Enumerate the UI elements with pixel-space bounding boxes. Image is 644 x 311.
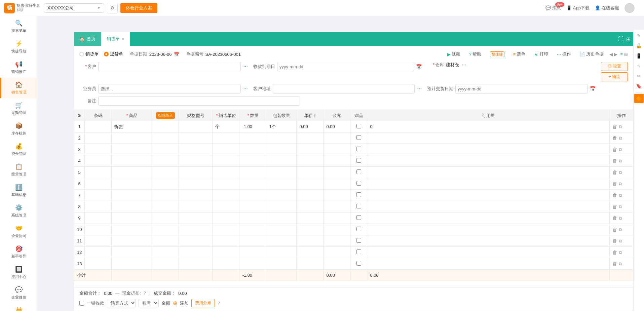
row-pkg-qty-6[interactable] (266, 178, 297, 190)
delete-row-icon-9[interactable]: 🗑 (612, 215, 617, 221)
row-gift-7[interactable] (350, 190, 367, 201)
copy-row-icon-7[interactable]: ⧉ (619, 193, 622, 198)
sidebar-item-system[interactable]: ⚙️ 系统管理 (0, 201, 37, 221)
row-price-8[interactable] (297, 201, 324, 212)
expand-icon[interactable]: ⛶ (618, 36, 623, 42)
row-amount-10[interactable] (324, 224, 350, 235)
delete-row-icon-7[interactable]: 🗑 (612, 192, 617, 198)
row-pkg-qty-11[interactable] (266, 235, 297, 247)
row-barcode-5[interactable] (85, 167, 112, 178)
copy-row-icon-11[interactable]: ⧉ (619, 238, 622, 244)
logistics-button[interactable]: + 物流 (601, 72, 628, 81)
calendar-icon[interactable]: 📅 (174, 52, 179, 57)
action-button[interactable]: ⋯ 操作 (554, 50, 574, 59)
row-barcode-2[interactable] (85, 132, 112, 144)
due-date-calendar-icon[interactable]: 📅 (416, 64, 422, 69)
row-gift-6[interactable] (350, 178, 367, 190)
row-pkg-qty-2[interactable] (266, 132, 297, 144)
print-button[interactable]: 🖨 打印 (531, 50, 551, 59)
row-product-10[interactable] (112, 224, 152, 235)
row-barcode-1[interactable] (85, 121, 112, 132)
row-pkg-qty-5[interactable] (266, 167, 297, 178)
row-gift-8[interactable] (350, 201, 367, 212)
row-spec-11[interactable] (179, 235, 213, 247)
row-price-12[interactable] (297, 247, 324, 258)
row-unit-12[interactable] (213, 247, 239, 258)
rp-pencil-icon[interactable]: ✏ (634, 71, 644, 81)
row-price-1[interactable]: 0.00 (297, 121, 324, 132)
row-product-11[interactable] (112, 235, 152, 247)
row-product-3[interactable] (112, 144, 152, 155)
row-spec-2[interactable] (179, 132, 213, 144)
rp-edit-icon[interactable]: ✎ (634, 31, 644, 40)
row-qty-3[interactable] (239, 144, 266, 155)
row-spec-9[interactable] (179, 212, 213, 224)
delete-row-icon-2[interactable]: 🗑 (612, 135, 617, 141)
grid-view-form-icon[interactable]: ⊞ (624, 52, 628, 57)
grid-view-icon[interactable]: ⊞ (626, 36, 631, 42)
row-barcode-12[interactable] (85, 247, 112, 258)
sidebar-item-weixin[interactable]: 💬 企业微信 (0, 283, 37, 303)
rp-lock-icon[interactable]: 🔒 (634, 41, 644, 50)
row-gift-12[interactable] (350, 247, 367, 258)
next-icon[interactable]: ▶ (614, 52, 617, 57)
list-view-icon[interactable]: ≡ (620, 52, 623, 57)
sidebar-item-quick-nav[interactable]: ⚡ 快捷导航 (0, 37, 37, 57)
row-price-6[interactable] (297, 178, 324, 190)
row-pkg-qty-12[interactable] (266, 247, 297, 258)
row-amount-13[interactable] (324, 258, 350, 270)
row-barcode-11[interactable] (85, 235, 112, 247)
notes-input[interactable] (98, 96, 300, 106)
sidebar-item-sales[interactable]: 🏠 销售管理 (0, 78, 37, 98)
row-qty-10[interactable] (239, 224, 266, 235)
company-selector[interactable]: XXXXXX公司 ▼ (44, 3, 104, 13)
copy-row-icon-6[interactable]: ⧉ (619, 181, 622, 187)
row-qty-8[interactable] (239, 201, 266, 212)
row-qty-9[interactable] (239, 212, 266, 224)
row-spec-13[interactable] (179, 258, 213, 270)
radio-return-order[interactable]: 退货单 (104, 51, 123, 57)
radio-sale-circle[interactable] (79, 52, 84, 56)
row-price-3[interactable] (297, 144, 324, 155)
row-gift-2[interactable] (350, 132, 367, 144)
expected-date-input[interactable] (455, 84, 588, 93)
rp-star-icon[interactable]: ☆ (634, 61, 644, 71)
row-amount-11[interactable] (324, 235, 350, 247)
row-spec-4[interactable] (179, 155, 213, 167)
row-unit-1[interactable]: 个 (213, 121, 239, 132)
row-product-7[interactable] (112, 190, 152, 201)
row-price-2[interactable] (297, 132, 324, 144)
delete-row-icon-11[interactable]: 🗑 (612, 238, 617, 244)
row-amount-3[interactable] (324, 144, 350, 155)
scan-button[interactable]: 扫码录入 (156, 112, 175, 119)
row-pkg-qty-10[interactable] (266, 224, 297, 235)
row-price-4[interactable] (297, 155, 324, 167)
add-payment-button[interactable]: ⊕ (173, 300, 177, 306)
row-gift-5[interactable] (350, 167, 367, 178)
row-amount-6[interactable] (324, 178, 350, 190)
row-gift-1[interactable] (350, 121, 367, 132)
row-product-13[interactable] (112, 258, 152, 270)
row-unit-10[interactable] (213, 224, 239, 235)
sidebar-item-search[interactable]: 🔍 搜索菜单 (0, 16, 37, 37)
salesperson-input[interactable] (98, 84, 241, 93)
row-barcode-9[interactable] (85, 212, 112, 224)
copy-row-icon-9[interactable]: ⧉ (619, 216, 622, 221)
row-amount-8[interactable] (324, 201, 350, 212)
settings-button[interactable]: ⚙ (107, 3, 118, 13)
warehouse-dots-icon[interactable]: ··· (462, 62, 466, 68)
row-price-5[interactable] (297, 167, 324, 178)
copy-row-icon-2[interactable]: ⧉ (619, 135, 622, 141)
row-gift-11[interactable] (350, 235, 367, 247)
th-scan[interactable]: 扫码录入 (152, 110, 179, 121)
customer-addr-input[interactable] (273, 84, 415, 93)
payment-account-select[interactable]: 账号 (139, 299, 159, 307)
row-product-12[interactable] (112, 247, 152, 258)
row-price-7[interactable] (297, 190, 324, 201)
row-barcode-7[interactable] (85, 190, 112, 201)
row-barcode-13[interactable] (85, 258, 112, 270)
row-product-1[interactable]: 拆货 (112, 121, 152, 132)
sidebar-item-operations[interactable]: 📋 经营管理 (0, 160, 37, 180)
row-spec-3[interactable] (179, 144, 213, 155)
row-qty-2[interactable] (239, 132, 266, 144)
